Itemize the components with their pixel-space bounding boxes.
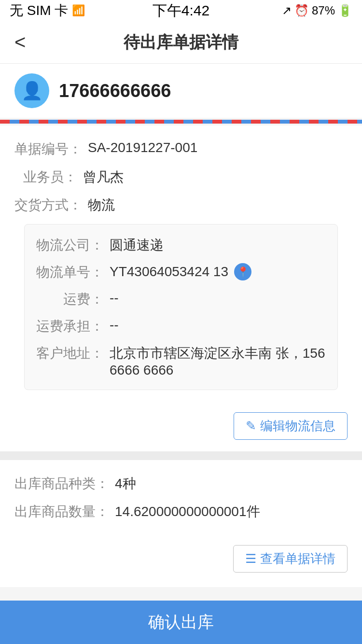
status-left: 无 SIM 卡 📶	[10, 1, 85, 20]
freight-value: --	[110, 290, 326, 306]
goods-quantity-row: 出库商品数量： 14.620000000000001件	[14, 503, 348, 521]
avatar: 👤	[14, 73, 49, 108]
logistics-company-label: 物流公司：	[36, 236, 104, 254]
status-bar: 无 SIM 卡 📶 下午4:42 ↗ ⏰ 87% 🔋	[0, 0, 362, 21]
nav-bar: < 待出库单据详情	[0, 21, 362, 64]
goods-section: 出库商品种类： 4种 出库商品数量： 14.620000000000001件	[0, 460, 362, 540]
address-row: 客户地址： 北京市市辖区海淀区永丰南 张，156 6666 6666	[36, 344, 326, 378]
confirm-button-wrap[interactable]: 确认出库	[0, 601, 362, 644]
sales-person-row: 业务员： 曾凡杰	[14, 168, 348, 186]
address-value: 北京市市辖区海淀区永丰南 张，156 6666 6666	[110, 344, 326, 378]
edit-icon: ✎	[246, 419, 256, 434]
edit-button-label: 编辑物流信息	[260, 418, 335, 434]
edit-button-wrap: ✎ 编辑物流信息	[0, 405, 362, 451]
goods-types-value: 4种	[115, 475, 136, 493]
delivery-method-row: 交货方式： 物流	[14, 196, 348, 214]
section-divider	[0, 451, 362, 460]
goods-quantity-value: 14.620000000000001件	[115, 503, 260, 521]
customer-phone: 17666666666	[59, 81, 171, 101]
wifi-icon: 📶	[72, 4, 85, 17]
goods-types-row: 出库商品种类： 4种	[14, 475, 348, 493]
address-label: 客户地址：	[36, 344, 104, 363]
battery-text: 87%	[312, 4, 335, 17]
logistics-card: 物流公司： 圆通速递 物流单号： YT43064053424 13 📍 运费： …	[24, 224, 338, 390]
back-button[interactable]: <	[14, 27, 30, 58]
edit-logistics-button[interactable]: ✎ 编辑物流信息	[234, 412, 348, 440]
freight-bearer-value: --	[110, 317, 326, 333]
logistics-company-value: 圆通速递	[110, 236, 326, 254]
freight-label: 运费：	[36, 290, 104, 308]
tracking-number-value: YT43064053424 13 📍	[110, 263, 326, 280]
sales-person-value: 曾凡杰	[83, 168, 348, 186]
order-info-section: 单据编号： SA-20191227-001 业务员： 曾凡杰 交货方式： 物流 …	[0, 126, 362, 405]
battery-icon: 🔋	[338, 4, 352, 17]
goods-quantity-label: 出库商品数量：	[14, 503, 109, 521]
document-number-label: 单据编号：	[14, 140, 82, 158]
document-number-value: SA-20191227-001	[88, 140, 348, 155]
alarm-icon: ⏰	[294, 4, 309, 17]
location-status-icon: ↗	[282, 4, 292, 17]
freight-bearer-row: 运费承担： --	[36, 317, 326, 336]
delivery-method-label: 交货方式：	[14, 196, 82, 214]
dashed-divider	[0, 120, 362, 124]
tracking-number-label: 物流单号：	[36, 263, 104, 281]
view-detail-button[interactable]: ☰ 查看单据详情	[233, 545, 348, 573]
confirm-button-label: 确认出库	[148, 611, 214, 633]
freight-bearer-label: 运费承担：	[36, 317, 104, 336]
status-right: ↗ ⏰ 87% 🔋	[282, 4, 352, 17]
document-number-row: 单据编号： SA-20191227-001	[14, 140, 348, 158]
map-pin-icon[interactable]: 📍	[234, 263, 251, 280]
goods-types-label: 出库商品种类：	[14, 475, 109, 493]
avatar-icon: 👤	[21, 81, 43, 101]
detail-button-label: 查看单据详情	[260, 550, 335, 567]
detail-button-wrap: ☰ 查看单据详情	[0, 540, 362, 587]
sales-person-label: 业务员：	[14, 168, 77, 186]
sim-text: 无 SIM 卡	[10, 1, 68, 20]
detail-icon: ☰	[245, 551, 256, 566]
tracking-number-row: 物流单号： YT43064053424 13 📍	[36, 263, 326, 281]
status-time: 下午4:42	[153, 1, 209, 21]
page-title: 待出库单据详情	[124, 31, 238, 54]
delivery-method-value: 物流	[88, 196, 348, 214]
freight-row: 运费： --	[36, 290, 326, 308]
customer-header: 👤 17666666666	[0, 64, 362, 118]
logistics-company-row: 物流公司： 圆通速递	[36, 236, 326, 254]
